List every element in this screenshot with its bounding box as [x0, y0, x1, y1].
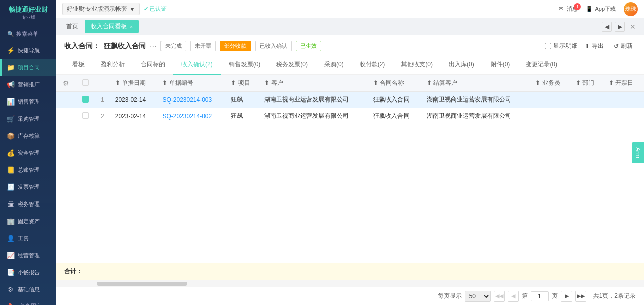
sidebar-item-ops[interactable]: 📈 经营管理 [0, 247, 56, 264]
table-row[interactable]: 2 2023-02-14 SQ-20230214-002 狂飙 湖南卫视商业运营… [56, 108, 644, 124]
data-table: ⚙ ⬆ 单据日期 ⬆ 单据编号 ⬆ 项目 ⬆ 客户 ⬆ 合同名称 ⬆ 结算客户 … [56, 75, 644, 124]
page-number-input[interactable] [531, 291, 549, 301]
refresh-label: 刷新 [621, 42, 633, 50]
per-page-select[interactable]: 50 20 100 [465, 291, 491, 302]
tab-contract-mark[interactable]: 合同标的 [133, 55, 173, 75]
invoice-icon: 🧾 [7, 183, 15, 191]
sidebar-item-base[interactable]: ⚙ 基础信息 [0, 281, 56, 298]
app-download-button[interactable]: 📱 App下载 [586, 5, 616, 13]
row-date-1: 2023-02-14 [110, 108, 157, 124]
customer-column-header: ⬆ 客户 [259, 75, 368, 92]
row-project-0: 狂飙 [226, 92, 259, 108]
sidebar-item-capital[interactable]: 💰 资金管理 [0, 144, 56, 161]
tab-profit[interactable]: 盈利分析 [93, 55, 133, 75]
sidebar-item-hr[interactable]: 👤 工资 [0, 230, 56, 247]
display-detail-checkbox[interactable] [545, 43, 551, 49]
status-confirmed[interactable]: 已收入确认 [255, 41, 292, 51]
sidebar-item-assets-label: 固定资产 [18, 218, 40, 225]
sidebar-item-base-label: 基础信息 [18, 286, 40, 293]
tab-close-all-button[interactable]: ✕ [628, 22, 638, 32]
pin-icon: 📌 [5, 303, 12, 305]
row-billno-1[interactable]: SQ-20230214-002 [157, 108, 226, 124]
project-icon: 📁 [7, 63, 15, 71]
sidebar-item-capital-label: 资金管理 [18, 149, 40, 157]
customer-sort-icon[interactable]: ⬆ [264, 79, 269, 86]
sidebar-item-purchase[interactable]: 🛒 采购管理 [0, 110, 56, 127]
tab-home[interactable]: 首页 [62, 19, 83, 34]
department-sort-icon[interactable]: ⬆ [576, 79, 581, 86]
tab-prev-button[interactable]: ◀ [602, 22, 612, 32]
row-settings-1 [56, 108, 75, 124]
tab-purchase[interactable]: 采购(0) [316, 55, 352, 75]
tab-income-confirm[interactable]: 收入确认(2) [173, 55, 221, 75]
sidebar-item-hr-label: 工资 [18, 235, 29, 242]
sidebar-item-quicknav[interactable]: ⚡ 快捷导航 [0, 42, 56, 59]
project-sort-icon[interactable]: ⬆ [231, 79, 236, 86]
sidebar-item-inventory[interactable]: 📦 库存核算 [0, 127, 56, 144]
finalcustomer-sort-icon[interactable]: ⬆ [427, 79, 432, 86]
salesperson-sort-icon[interactable]: ⬆ [535, 79, 540, 86]
sidebar-item-assets[interactable]: 🏢 固定资产 [0, 213, 56, 230]
page-last-button[interactable]: ▶▶ [575, 291, 586, 302]
table-row[interactable]: 1 2023-02-14 SQ-20230214-003 狂飙 湖南卫视商业运营… [56, 92, 644, 108]
row-num-0: 1 [95, 92, 110, 108]
page-next-button[interactable]: ▶ [561, 291, 572, 302]
tab-other-income[interactable]: 其他收支(0) [393, 55, 441, 75]
app-logo: 畅捷通好业财 专业版 [0, 0, 56, 26]
sidebar-item-sales[interactable]: 📊 销售管理 [0, 93, 56, 110]
company-selector[interactable]: 好业财专业版演示帐套 ▼ [62, 3, 140, 15]
sidebar-bottom-pin[interactable]: 📌 云任务固定 [0, 298, 56, 305]
refresh-button[interactable]: ↺ 刷新 [611, 40, 636, 52]
row-billno-0[interactable]: SQ-20230214-003 [157, 92, 226, 108]
sidebar-item-report[interactable]: 📑 小畅报告 [0, 264, 56, 281]
tab-next-button[interactable]: ▶ [615, 22, 625, 32]
department-column-header: ⬆ 部门 [571, 75, 604, 92]
sidebar-search[interactable]: 🔍 搜索菜单 [0, 26, 56, 42]
sidebar-item-marketing[interactable]: 📢 营销推广 [0, 76, 56, 93]
horizontal-scrollbar[interactable] [56, 280, 644, 287]
nav-tabs: 看板 盈利分析 合同标的 收入确认(2) 销售发票(0) 税务发票(0) 采购(… [56, 55, 644, 75]
tab-sales-invoice[interactable]: 销售发票(0) [221, 55, 269, 75]
row-opendate-0 [604, 92, 644, 108]
tab-change-log[interactable]: 变更记录(0) [518, 55, 566, 75]
tab-close-button[interactable]: × [130, 24, 133, 30]
tab-payment[interactable]: 收付款(2) [352, 55, 393, 75]
sidebar-item-general[interactable]: 📒 总账管理 [0, 161, 56, 178]
company-name: 好业财专业版演示帐套 [67, 5, 127, 13]
tab-attachments[interactable]: 附件(0) [482, 55, 518, 75]
page-first-button[interactable]: ◀◀ [494, 291, 505, 302]
row-checkbox-0[interactable] [75, 92, 95, 108]
topbar-right: ✉ 1 消息 📱 App下载 珠珠 [559, 2, 638, 16]
opendate-sort-icon[interactable]: ⬆ [609, 79, 614, 86]
export-button[interactable]: ⬆ 导出 [582, 40, 607, 52]
checkmark-icon: ✔ [144, 6, 148, 12]
select-all-checkbox[interactable] [82, 79, 89, 86]
row-checkbox-1[interactable] [75, 108, 95, 124]
notification-button[interactable]: ✉ 1 消息 [559, 5, 578, 13]
contractname-sort-icon[interactable]: ⬆ [373, 79, 378, 86]
arm-panel-button[interactable]: Arm [632, 142, 644, 163]
settings-icon[interactable]: ⚙ [63, 79, 69, 87]
tab-tax-invoice[interactable]: 税务发票(0) [268, 55, 316, 75]
status-incomplete[interactable]: 未完成 [160, 41, 186, 51]
sidebar-item-invoice[interactable]: 🧾 发票管理 [0, 178, 56, 195]
status-uninvoiced[interactable]: 未开票 [190, 41, 216, 51]
status-effective[interactable]: 已生效 [296, 41, 321, 51]
status-partial[interactable]: 部分收款 [220, 41, 251, 51]
sidebar-item-project[interactable]: 📁 项目合同 [0, 59, 56, 76]
date-sort-icon[interactable]: ⬆ [115, 79, 120, 86]
scrollbar-thumb[interactable] [97, 282, 187, 286]
tab-outbound-label: 出入库(0) [449, 61, 474, 68]
inventory-icon: 📦 [7, 132, 15, 140]
tab-profit-label: 盈利分析 [101, 61, 125, 68]
billno-sort-icon[interactable]: ⬆ [162, 79, 167, 86]
sidebar-item-general-label: 总账管理 [18, 166, 40, 174]
tab-kanban[interactable]: 看板 [64, 55, 93, 75]
user-avatar-button[interactable]: 珠珠 [624, 2, 638, 16]
display-detail-toggle[interactable]: 显示明细 [545, 42, 578, 50]
sidebar-item-tax[interactable]: 🏛 税务管理 [0, 195, 56, 213]
tab-active[interactable]: 收入合同看板 × [85, 20, 139, 33]
page-prev-button[interactable]: ◀ [508, 291, 519, 302]
tab-outbound[interactable]: 出入库(0) [441, 55, 482, 75]
more-options-button[interactable]: ··· [150, 42, 156, 51]
